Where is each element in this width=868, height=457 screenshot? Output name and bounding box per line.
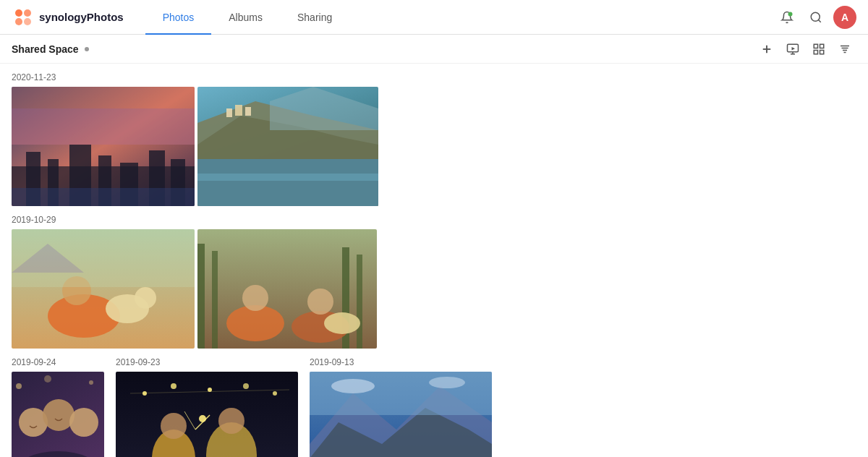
synology-logo-icon (12, 6, 35, 29)
svg-point-67 (44, 375, 51, 383)
photo-item[interactable] (12, 87, 195, 206)
date-section-2019-09-23: 2019-09-23 (116, 357, 298, 457)
photo-item[interactable] (12, 229, 195, 349)
svg-point-72 (243, 383, 249, 389)
logo[interactable]: synologyPhotos (12, 6, 124, 29)
search-button[interactable] (804, 6, 827, 29)
svg-point-56 (242, 285, 268, 311)
svg-point-63 (69, 408, 98, 437)
notification-button[interactable] (775, 6, 799, 29)
nav-tabs: Photos Albums Sharing (145, 0, 775, 34)
search-icon (809, 11, 822, 24)
photo-item[interactable] (12, 372, 104, 457)
svg-rect-31 (12, 188, 195, 206)
svg-marker-13 (792, 47, 796, 51)
svg-rect-14 (814, 44, 817, 48)
tab-sharing[interactable]: Sharing (280, 1, 349, 35)
svg-rect-51 (197, 244, 205, 349)
svg-point-76 (161, 413, 187, 439)
svg-rect-54 (357, 255, 362, 349)
svg-rect-41 (197, 174, 378, 181)
photo-item[interactable] (116, 372, 298, 457)
tab-albums[interactable]: Albums (211, 1, 280, 35)
slideshow-button[interactable] (781, 38, 804, 61)
svg-point-70 (171, 383, 176, 389)
svg-rect-68 (116, 372, 298, 457)
svg-rect-17 (820, 50, 824, 54)
svg-rect-37 (226, 108, 232, 117)
photo-row (116, 372, 298, 457)
date-section-2019-10-29: 2019-10-29 (12, 215, 856, 349)
toolbar-right (755, 38, 856, 61)
slideshow-icon (786, 43, 799, 56)
svg-point-89 (429, 377, 465, 388)
svg-rect-49 (12, 229, 195, 287)
breadcrumb-bar: Shared Space (0, 35, 868, 64)
svg-point-81 (199, 415, 206, 422)
svg-point-69 (142, 391, 147, 396)
photo-row (310, 372, 492, 457)
breadcrumb-dot (85, 47, 89, 51)
date-label: 2019-09-23 (116, 357, 298, 367)
svg-point-62 (43, 399, 75, 431)
grid-icon (812, 43, 825, 56)
svg-point-73 (273, 391, 277, 396)
filter-icon (838, 43, 851, 56)
svg-rect-40 (197, 159, 378, 206)
tab-photos[interactable]: Photos (145, 1, 212, 35)
photo-row (12, 229, 856, 349)
photo-row (12, 372, 104, 457)
svg-point-71 (208, 388, 212, 392)
svg-point-66 (89, 380, 93, 385)
filter-button[interactable] (833, 38, 856, 61)
svg-rect-39 (245, 107, 251, 116)
svg-point-1 (15, 9, 22, 17)
grid-view-button[interactable] (807, 38, 830, 61)
date-label: 2019-09-24 (12, 357, 104, 367)
add-button[interactable] (755, 38, 778, 61)
svg-rect-33 (12, 108, 195, 145)
svg-point-47 (135, 287, 156, 309)
svg-point-4 (24, 18, 31, 25)
svg-point-78 (218, 408, 244, 434)
svg-rect-52 (212, 251, 218, 349)
date-label: 2019-09-13 (310, 357, 492, 367)
breadcrumb-text: Shared Space (12, 43, 79, 55)
svg-point-58 (307, 289, 333, 315)
svg-point-2 (24, 9, 31, 17)
notification-icon (780, 11, 793, 24)
svg-rect-16 (814, 50, 817, 54)
svg-line-7 (818, 20, 820, 22)
photo-item[interactable] (310, 372, 492, 457)
add-icon (760, 43, 773, 56)
svg-rect-38 (235, 105, 242, 116)
svg-rect-86 (310, 372, 492, 415)
svg-point-65 (16, 383, 22, 389)
main-content: 2020-11-23 (0, 64, 868, 457)
user-avatar[interactable]: A (833, 6, 856, 29)
photo-item[interactable] (197, 87, 378, 206)
photo-item[interactable] (197, 229, 377, 349)
date-section-2019-09-13: 2019-09-13 (310, 357, 492, 457)
date-section-2019-09-24: 2019-09-24 (12, 357, 104, 457)
svg-point-5 (788, 12, 793, 16)
logo-text: synologyPhotos (39, 11, 124, 23)
date-sections-row-3: 2019-09-24 (12, 357, 856, 457)
date-section-2020-11-23: 2020-11-23 (12, 72, 856, 206)
header: synologyPhotos Photos Albums Sharing (0, 0, 868, 35)
header-actions: A (775, 6, 856, 29)
photo-row (12, 87, 856, 206)
svg-rect-15 (820, 44, 824, 48)
svg-point-6 (811, 12, 820, 21)
date-label: 2019-10-29 (12, 215, 856, 225)
svg-rect-0 (12, 6, 35, 29)
svg-point-59 (324, 312, 360, 334)
svg-point-3 (15, 18, 22, 25)
svg-point-88 (331, 379, 375, 393)
date-label: 2020-11-23 (12, 72, 856, 82)
